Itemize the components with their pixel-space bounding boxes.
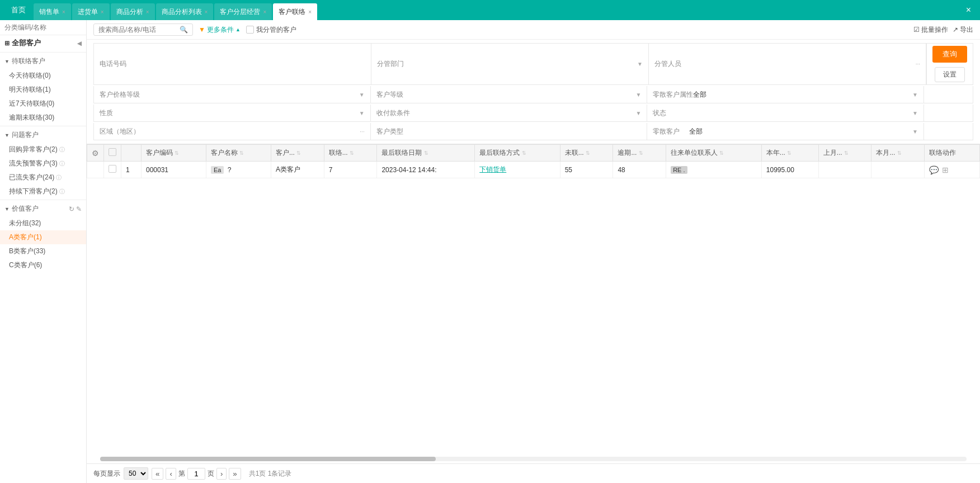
filter-scattered-value[interactable]: 全部 ▼: [689, 127, 918, 136]
col-header-this-month[interactable]: 本月... ⇅: [871, 145, 925, 162]
col-this-year-sort[interactable]: ⇅: [787, 150, 791, 156]
filter-payment-value[interactable]: ▼: [413, 110, 642, 116]
col-code-label: 客户编码: [146, 149, 173, 157]
filter-dept: 分管部门 ▼: [371, 44, 649, 84]
page-next-btn[interactable]: ›: [216, 468, 227, 480]
filter-scattered-attr-arrow: ▼: [912, 92, 918, 98]
page-last-btn[interactable]: »: [229, 468, 241, 480]
filter-region-dots[interactable]: ···: [360, 129, 364, 135]
col-header-code[interactable]: 客户编码 ⇅: [141, 145, 206, 162]
scrollbar-thumb[interactable]: [100, 457, 436, 461]
nav-tab-customer-contact[interactable]: 客户联络 ×: [273, 3, 317, 20]
col-header-contact[interactable]: 联络... ⇅: [324, 145, 377, 162]
col-overdue-sort[interactable]: ⇅: [639, 150, 643, 156]
nav-tab-analysis-close[interactable]: ×: [146, 9, 149, 15]
col-header-last-date[interactable]: 最后联络日期 ⇅: [377, 145, 475, 162]
filter-dept-value[interactable]: ▼: [413, 61, 643, 67]
col-this-month-sort[interactable]: ⇅: [897, 150, 902, 156]
col-header-name[interactable]: 客户名称 ⇅: [206, 145, 271, 162]
row-chat-icon[interactable]: 💬: [929, 165, 939, 174]
filter-search-input[interactable]: [98, 26, 177, 34]
export-btn[interactable]: ↗ 导出: [953, 25, 973, 35]
col-header-last-month[interactable]: 上月... ⇅: [818, 145, 871, 162]
page-first-btn[interactable]: «: [152, 468, 163, 480]
filter-customer-grade-value[interactable]: ▼: [413, 92, 642, 98]
sidebar-item-churn-warning[interactable]: 流失预警客户(3) ⓘ: [0, 157, 86, 171]
nav-tab-sales-close[interactable]: ×: [62, 9, 65, 15]
filter-nature-value[interactable]: ▼: [136, 110, 365, 116]
sidebar-item-unclassified[interactable]: 未分组(32): [0, 216, 86, 230]
nav-tab-purchase-close[interactable]: ×: [101, 9, 104, 15]
col-contact-sort[interactable]: ⇅: [350, 150, 354, 156]
row-last-method-link[interactable]: 下销货单: [479, 165, 506, 173]
filter-person-dots[interactable]: ···: [916, 61, 920, 67]
col-no-contact-sort[interactable]: ⇅: [586, 150, 590, 156]
sidebar-item-declining[interactable]: 持续下滑客户(2) ⓘ: [0, 184, 86, 198]
sidebar-value-edit-icon[interactable]: ✎: [76, 205, 82, 213]
nav-home[interactable]: 首页: [4, 0, 32, 20]
query-button[interactable]: 查询: [932, 46, 967, 63]
my-customers-checkbox[interactable]: [246, 26, 254, 34]
filter-price-grade-value[interactable]: ▼: [140, 92, 365, 98]
top-close-button[interactable]: ×: [962, 5, 976, 15]
sidebar-value-refresh-icon[interactable]: ↻: [69, 205, 74, 213]
nav-tab-sales[interactable]: 销售单 ×: [34, 3, 71, 20]
col-header-this-year[interactable]: 本年... ⇅: [761, 145, 818, 162]
nav-tab-customer-contact-close[interactable]: ×: [308, 9, 312, 15]
page-number-input[interactable]: [187, 468, 205, 480]
nav-tab-analysis-list-close[interactable]: ×: [205, 9, 208, 15]
sidebar-item-repurchase-anomaly[interactable]: 回购异常客户(2) ⓘ: [0, 143, 86, 157]
sidebar-problem-title[interactable]: ▼ 问题客户: [0, 127, 86, 143]
sidebar-fold-btn[interactable]: ◀: [77, 40, 82, 46]
more-conditions-btn[interactable]: ▼ 更多条件 ▲: [199, 25, 241, 35]
filter-status-value[interactable]: ▼: [689, 110, 918, 116]
col-last-method-sort[interactable]: ⇅: [522, 150, 526, 156]
my-customers-filter[interactable]: 我分管的客户: [246, 25, 296, 35]
filter-scattered-attr-value[interactable]: 全部 ▼: [693, 90, 918, 100]
header-checkbox[interactable]: [109, 148, 116, 156]
filter-bar: 🔍 ▼ 更多条件 ▲ 我分管的客户 ☑ 批量操作 ↗ 导出: [87, 20, 980, 40]
col-header-last-method[interactable]: 最后联络方式 ⇅: [475, 145, 560, 162]
setting-button[interactable]: 设置: [935, 67, 965, 82]
page-prev-btn[interactable]: ‹: [166, 468, 176, 480]
sidebar-item-type-b[interactable]: B类客户(33): [0, 244, 86, 258]
col-header-company-contact[interactable]: 往来单位联系人 ⇅: [666, 145, 762, 162]
sidebar-item-overdue[interactable]: 逾期未联络(30): [0, 111, 86, 125]
filter-row3-placeholder: [924, 105, 973, 121]
col-header-no-contact[interactable]: 未联... ⇅: [560, 145, 613, 162]
col-type-sort[interactable]: ⇅: [296, 150, 301, 156]
col-name-sort[interactable]: ⇅: [239, 150, 244, 156]
sidebar-search-input[interactable]: [4, 23, 87, 31]
sidebar-item-today[interactable]: 今天待联络(0): [0, 69, 86, 83]
sidebar-item-type-c[interactable]: C类客户(6): [0, 258, 86, 272]
nav-tab-customer-layer[interactable]: 客户分层经营 ×: [214, 3, 272, 20]
sidebar-all-customers[interactable]: ⊞ 全部客户 ◀: [0, 35, 86, 51]
col-last-month-sort[interactable]: ⇅: [844, 150, 849, 156]
sidebar-item-churned[interactable]: 已流失客户(24) ⓘ: [0, 171, 86, 184]
sidebar-value-arrow: ▼: [4, 206, 10, 212]
settings-gear-icon[interactable]: ⚙: [92, 149, 99, 158]
sidebar-pending-contact-title[interactable]: ▼ 待联络客户: [0, 54, 86, 69]
sidebar-item-7days[interactable]: 近7天待联络(0): [0, 97, 86, 111]
horizontal-scrollbar[interactable]: [100, 457, 967, 461]
row-checkbox[interactable]: [109, 165, 116, 173]
col-company-contact-sort[interactable]: ⇅: [719, 150, 724, 156]
sidebar-item-tomorrow[interactable]: 明天待联络(1): [0, 83, 86, 97]
col-last-date-sort[interactable]: ⇅: [424, 150, 428, 156]
col-code-sort[interactable]: ⇅: [175, 150, 179, 156]
nav-tab-customer-layer-close[interactable]: ×: [263, 9, 266, 15]
filter-funnel-icon: ▼: [199, 26, 205, 34]
row-qr-icon[interactable]: ⊞: [942, 165, 949, 174]
col-header-overdue[interactable]: 逾期... ⇅: [613, 145, 666, 162]
sidebar-item-type-a[interactable]: A类客户(1): [0, 230, 86, 244]
nav-tab-purchase[interactable]: 进货单 ×: [72, 3, 110, 20]
nav-tab-sales-label: 销售单: [39, 7, 59, 17]
filter-search-icon[interactable]: 🔍: [180, 26, 188, 34]
batch-operation-btn[interactable]: ☑ 批量操作: [913, 25, 948, 35]
sidebar-value-title[interactable]: ▼ 价值客户 ↻ ✎: [0, 201, 86, 216]
col-header-type[interactable]: 客户... ⇅: [271, 145, 324, 162]
nav-tab-analysis[interactable]: 商品分析 ×: [111, 3, 155, 20]
nav-tab-analysis-list[interactable]: 商品分析列表 ×: [156, 3, 214, 20]
more-conditions-arrow: ▲: [235, 27, 241, 32]
page-size-select[interactable]: 50: [124, 467, 148, 480]
